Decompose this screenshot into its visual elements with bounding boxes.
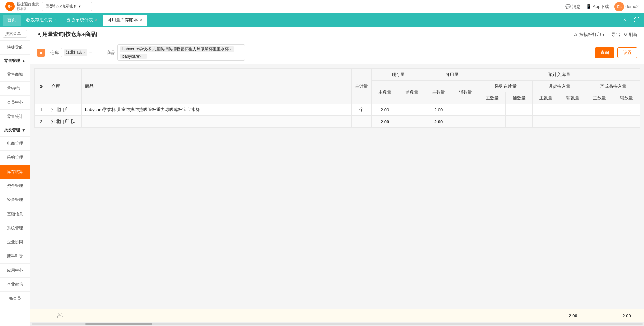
sidebar-item-enterprise-wechat-label: 企业微信 [7, 282, 23, 287]
th-warehouse: 仓库 [48, 69, 82, 104]
sidebar-item-marketing[interactable]: 营销推广 [0, 82, 30, 96]
user-name: demo2 [625, 4, 639, 9]
sidebar-item-ecommerce-label: 电商管理 [7, 141, 23, 146]
scroll-thumb[interactable] [85, 323, 152, 325]
close-all-button[interactable]: × [620, 15, 629, 25]
th-incoming-main: 主数量 [533, 92, 559, 104]
sidebar-search[interactable] [0, 27, 30, 41]
sidebar-item-finance-label: 资金管理 [7, 183, 23, 189]
bottom-scrollbar[interactable] [30, 322, 644, 326]
sidebar-section-retail-label: 零售管理 [4, 58, 20, 64]
logo-area: 好 畅捷通好生意 标准版 [5, 2, 39, 11]
warehouse-value[interactable]: 江北门店 × ··· [61, 48, 101, 57]
sidebar-item-system[interactable]: 系统管理 [0, 221, 30, 235]
warehouse-tag-0: 江北门店 × [64, 49, 87, 56]
sidebar-item-inventory[interactable]: 库存核算 [0, 165, 30, 179]
nav-tabs: 首页 收发存汇总表 × 要货单统计表 × 可用量库存账本 × × ⛶ [0, 13, 644, 27]
sidebar-section-wholesale-label: 批发管理 [4, 127, 20, 133]
download-icon: 📱 [586, 4, 591, 9]
sidebar-item-member[interactable]: 会员中心 [0, 96, 30, 110]
sidebar-item-retail-stats[interactable]: 零售统计 [0, 110, 30, 124]
sidebar-item-quick-nav[interactable]: 快捷导航 [0, 41, 30, 55]
search-input[interactable] [3, 30, 27, 38]
settings-icon: ⚙ [39, 84, 43, 89]
logo-subtext: 标准版 [17, 7, 39, 11]
product-filter: 商品 babycare学饮杯 儿童防摔防撞吸管杯重力球吸嘴杯宝宝水杯 × bab… [107, 44, 245, 61]
avatar: Ea [614, 2, 624, 11]
sidebar-item-retail-mall[interactable]: 零售商城 [0, 67, 30, 82]
sidebar-item-enterprise[interactable]: 企业协同 [0, 235, 30, 249]
row-1-idx: 2 [35, 116, 48, 128]
sidebar-item-app-center-label: 应用中心 [7, 268, 23, 273]
tab-receive-close[interactable]: × [54, 18, 57, 22]
sidebar-item-member2[interactable]: 畅会员 [0, 292, 30, 306]
row-1-stock-main: 2.00 [372, 116, 398, 128]
tab-receive[interactable]: 收发存汇总表 × [21, 15, 61, 26]
sidebar-item-purchase[interactable]: 采购管理 [0, 151, 30, 165]
tab-available-close[interactable]: × [140, 18, 142, 22]
nav-right: × ⛶ [620, 15, 641, 25]
row-0-purchase-aux [506, 104, 533, 116]
tab-home[interactable]: 首页 [3, 15, 21, 26]
row-0-idx: 1 [35, 104, 48, 116]
tab-available[interactable]: 可用量库存账本 × [103, 15, 147, 26]
export-button[interactable]: ↑ 导出 [608, 32, 621, 38]
refresh-button[interactable]: ↻ 刷新 [624, 32, 637, 38]
sidebar-item-enterprise-label: 企业协同 [7, 239, 23, 245]
row-1-production-aux [613, 116, 640, 128]
product-tag-1-text: babycare?... [122, 54, 145, 59]
sidebar-item-ops[interactable]: 经营管理 [0, 193, 30, 207]
product-tag-0: babycare学饮杯 儿童防摔防撞吸管杯重力球吸嘴杯宝宝水杯 × [120, 46, 234, 52]
row-0-purchase-main [479, 104, 506, 116]
th-forecast-group: 预计入库量 [479, 69, 640, 81]
sidebar-item-system-label: 系统管理 [7, 225, 23, 231]
th-unit: 主计量 [352, 69, 372, 104]
settings-button[interactable]: 设置 [617, 47, 637, 58]
product-tag-0-close[interactable]: × [230, 47, 232, 51]
page-header: 可用量查询(按仓库+商品) 🖨 按模板打印 ▾ ↑ 导出 ↻ 刷新 [30, 27, 644, 41]
fullscreen-button[interactable]: ⛶ [632, 15, 641, 25]
org-selector[interactable]: 母婴行业演示账套 ▾ [42, 2, 92, 11]
tab-order-label: 要货单统计表 [67, 17, 93, 23]
message-button[interactable]: 💬 消息 [565, 4, 581, 10]
message-icon: 💬 [565, 4, 571, 9]
sidebar-item-newbie[interactable]: 新手引导 [0, 249, 30, 264]
total-available-main: 2.00 [613, 313, 640, 318]
warehouse-label: 仓库 [50, 50, 59, 56]
expand-button[interactable]: » [37, 49, 45, 57]
row-0-incoming-main [533, 104, 559, 116]
sidebar-item-app-center[interactable]: 应用中心 [0, 264, 30, 278]
user-profile[interactable]: Ea demo2 [614, 2, 639, 11]
row-1-available-main: 2.00 [425, 116, 452, 128]
sidebar-item-basic[interactable]: 基础信息 [0, 207, 30, 221]
tab-home-label: 首页 [7, 17, 16, 23]
row-0-production-aux [613, 104, 640, 116]
th-purchase-main: 主数量 [479, 92, 506, 104]
row-0-stock-aux [398, 104, 425, 116]
th-available-group: 可用量 [425, 69, 479, 81]
chevron-up-icon: ▲ [22, 59, 26, 63]
tab-order[interactable]: 要货单统计表 × [62, 15, 102, 26]
row-1-product [82, 116, 352, 128]
query-button[interactable]: 查询 [595, 47, 614, 58]
row-0-available-main: 2.00 [425, 104, 452, 116]
sidebar-section-wholesale[interactable]: 批发管理 ▼ [0, 124, 30, 137]
print-button[interactable]: 🖨 按模板打印 ▾ [574, 32, 605, 38]
row-1-production-main [586, 116, 613, 128]
sidebar-section-retail[interactable]: 零售管理 ▲ [0, 55, 30, 67]
chevron-down-icon: ▼ [22, 128, 26, 133]
row-1-incoming-aux [559, 116, 586, 128]
tab-order-close[interactable]: × [95, 18, 97, 22]
product-tag-0-text: babycare学饮杯 儿童防摔防撞吸管杯重力球吸嘴杯宝宝水杯 [122, 46, 229, 52]
app-download-button[interactable]: 📱 App下载 [586, 4, 609, 10]
sidebar-item-retail-mall-label: 零售商城 [7, 72, 23, 77]
th-purchase-group: 采购在途量 [479, 81, 533, 92]
th-settings[interactable]: ⚙ [35, 69, 48, 104]
sidebar-item-enterprise-wechat[interactable]: 企业微信 [0, 278, 30, 292]
sidebar: 快捷导航 零售管理 ▲ 零售商城 营销推广 会员中心 零售统计 批发管理 ▼ 电… [0, 27, 30, 326]
th-stock-aux: 辅数量 [398, 81, 425, 104]
product-value[interactable]: babycare学饮杯 儿童防摔防撞吸管杯重力球吸嘴杯宝宝水杯 × babyca… [117, 44, 245, 61]
warehouse-tag-close[interactable]: × [83, 51, 85, 55]
sidebar-item-ecommerce[interactable]: 电商管理 [0, 137, 30, 151]
sidebar-item-finance[interactable]: 资金管理 [0, 179, 30, 193]
